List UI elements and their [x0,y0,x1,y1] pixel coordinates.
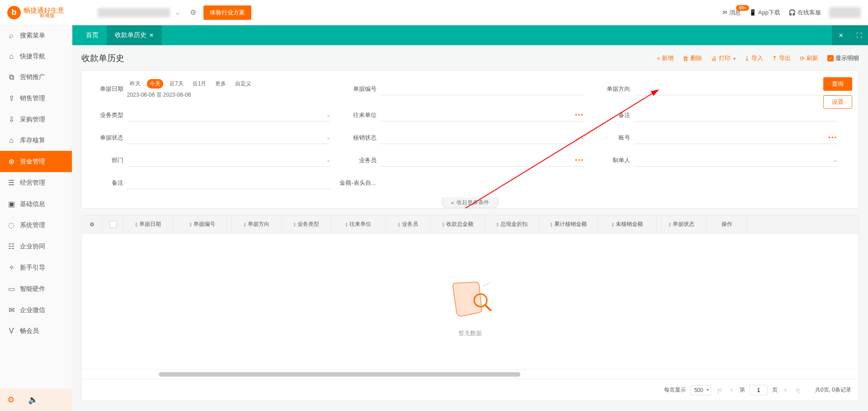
app-download-link[interactable]: 📱 App下载 [749,9,780,17]
column-label: 总现金折扣 [500,220,528,228]
biz-type-select[interactable]: ⌄ [127,109,330,121]
column-header-单据编号[interactable]: ▴▾单据编号 [173,215,232,233]
close-icon[interactable]: ✕ [149,32,154,38]
tabs-bar: 首页收款单历史✕ ✕ ⛶ [72,25,868,45]
message-badge: 99+ [736,5,749,11]
pager-first[interactable]: |< [716,387,724,393]
settings-icon[interactable]: ⚙ [7,395,14,405]
filter-label-account: 账号 [593,134,634,142]
clerk-picker[interactable]: ••• [380,154,584,167]
message-link[interactable]: ✉ 消息 99+ [722,9,741,17]
page-size-select[interactable]: 500 [690,385,711,395]
partner-picker[interactable]: ••• [380,109,584,121]
new-action[interactable]: +新增 [656,54,674,62]
select-all-checkbox[interactable] [103,215,123,233]
doc-status-select[interactable]: ⌄ [127,131,330,144]
column-header-未核销金额[interactable]: ▴▾未核销金额 [598,215,657,233]
tab-close-button[interactable]: ✕ [832,25,850,45]
collapse-conditions-button[interactable]: « 收起更多条件 [442,197,499,208]
sidebar-item-资金管理[interactable]: ⊛资金管理 [0,151,72,172]
doc-direction-select[interactable]: ⌄ [634,83,837,95]
filter-label-department: 部门 [86,156,127,164]
filter-label-maker: 制单人 [593,156,634,164]
caret-down-icon[interactable]: ⌄ [175,9,180,16]
date-chip-近1月[interactable]: 近1月 [190,79,209,89]
sidebar-item-搜索菜单[interactable]: ⌕搜索菜单 [0,25,72,46]
user-avatar-blurred[interactable] [829,7,861,18]
delete-action[interactable]: 🗑删除 [683,54,702,62]
date-chip-今天[interactable]: 今天 [147,79,163,89]
print-action[interactable]: 🖨打印▾ [711,54,736,62]
column-header-单据状态[interactable]: ▴▾单据状态 [657,215,707,233]
date-chip-昨天[interactable]: 昨天 [127,79,143,89]
column-label: 累计核销金额 [554,220,587,228]
sidebar-item-销售管理[interactable]: ⇪销售管理 [0,88,72,109]
sidebar-item-新手引导[interactable]: ✧新手引导 [0,257,72,278]
pager-last[interactable]: >| [793,387,802,393]
menu-icon: ⌂ [7,52,15,61]
gear-icon[interactable]: ⚙ [190,8,196,17]
chevron-down-icon: ⌄ [326,157,330,163]
sidebar-item-库存核算[interactable]: ⌂库存核算 [0,130,72,151]
sidebar-item-经营管理[interactable]: ☰经营管理 [0,172,72,193]
writeoff-status-select[interactable]: ⌄ [380,131,584,144]
department-select[interactable]: ⌄ [127,154,330,167]
sidebar-item-营销推广[interactable]: ⧉营销推广 [0,67,72,88]
column-header-往来单位[interactable]: ▴▾往来单位 [331,215,386,233]
import-action[interactable]: ⤓导入 [745,54,763,62]
column-header-单据日期[interactable]: ▴▾单据日期 [123,215,173,233]
remark2-input[interactable] [127,177,330,189]
column-header-累计核销金额[interactable]: ▴▾累计核销金额 [539,215,598,233]
column-header-业务类型[interactable]: ▴▾业务类型 [282,215,331,233]
date-chip-更多[interactable]: 更多 [212,79,229,89]
sidebar-item-采购管理[interactable]: ⇩采购管理 [0,109,72,130]
sidebar-item-基础信息[interactable]: ▣基础信息 [0,193,72,215]
trial-solution-button[interactable]: 体验行业方案 [203,5,251,20]
sidebar-item-畅会员[interactable]: V畅会员 [0,321,72,341]
headset-icon: 🎧 [788,9,796,16]
pager-prev[interactable]: < [728,387,735,393]
pager-next[interactable]: > [782,387,789,393]
sidebar-item-快捷导航[interactable]: ⌂快捷导航 [0,46,72,67]
settings-button[interactable]: 设置 [823,95,852,109]
show-detail-toggle[interactable]: ✓ 显示明细 [827,54,859,62]
printer-icon: 🖨 [711,55,717,62]
sort-icon: ▴▾ [244,222,246,227]
sidebar-item-系统管理[interactable]: ◌系统管理 [0,215,72,236]
column-header-业务员[interactable]: ▴▾业务员 [386,215,431,233]
date-chip-近7天[interactable]: 近7天 [167,79,186,89]
refresh-action[interactable]: ⟳刷新 [800,54,818,62]
date-chip-自定义[interactable]: 自定义 [232,79,254,89]
table-body-empty: 暂无数据 [82,234,859,369]
chevron-down-icon: ⌄ [326,112,330,118]
filter-label-clerk: 业务员 [340,156,380,164]
show-detail-label: 显示明细 [835,54,859,62]
sort-icon: ▴▾ [189,222,192,227]
sidebar-item-企业协同[interactable]: ☷企业协同 [0,236,72,257]
tab-fullscreen-button[interactable]: ⛶ [850,25,868,45]
doc-no-input[interactable] [380,83,584,95]
column-settings-button[interactable]: ⚙ [82,215,103,233]
tab-收款单历史[interactable]: 收款单历史✕ [107,25,162,45]
column-header-总现金折扣[interactable]: ▴▾总现金折扣 [485,215,539,233]
volume-icon[interactable]: 🔈 [28,395,38,405]
filter-label-date: 单据日期 [86,85,127,93]
column-header-单据方向[interactable]: ▴▾单据方向 [232,215,282,233]
column-label: 单据日期 [139,220,161,228]
sidebar-item-企业微信[interactable]: ✉企业微信 [0,299,72,321]
message-icon: ✉ [722,9,727,16]
column-header-操作[interactable]: 操作 [707,215,747,233]
maker-select[interactable]: ⌄ [634,154,837,167]
online-support-link[interactable]: 🎧 在线客服 [788,9,821,17]
remark-input[interactable] [634,109,837,121]
tab-首页[interactable]: 首页 [78,25,107,45]
export-action[interactable]: ⤒导出 [772,54,791,62]
horizontal-scrollbar[interactable] [82,369,859,379]
amount-header-hint[interactable]: 金额-表头自... [340,177,584,189]
column-header-收款总金额[interactable]: ▴▾收款总金额 [431,215,485,233]
account-picker[interactable]: ••• [634,131,837,144]
pager-page-input[interactable] [750,385,768,395]
more-icon: ••• [828,134,837,141]
plus-icon: + [656,55,660,62]
sidebar-item-智能硬件[interactable]: ▭智能硬件 [0,278,72,299]
